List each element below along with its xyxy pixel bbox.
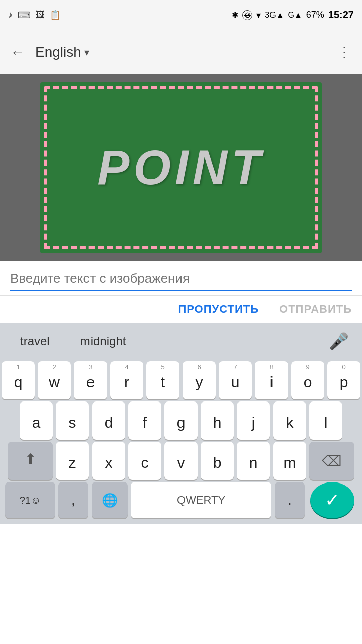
bluetooth-icon: ✱ (232, 10, 238, 20)
key-j[interactable]: j (237, 401, 270, 440)
key-i[interactable]: 8i (255, 361, 288, 399)
send-button[interactable]: ОТПРАВИТЬ (279, 303, 352, 316)
key-row-3: ⬆ — z x c v b n m ⌫ (0, 442, 362, 480)
symbols-button[interactable]: ?1☺ (5, 482, 55, 518)
key-n[interactable]: n (237, 442, 270, 480)
key-d[interactable]: d (92, 401, 125, 440)
signal-3g: 3G▲ (265, 11, 284, 20)
keyboard-status-icon: ⌨ (18, 10, 31, 21)
key-t[interactable]: 5t (146, 361, 179, 399)
music-icon: ♪ (8, 10, 13, 20)
skip-button[interactable]: ПРОПУСТИТЬ (178, 303, 259, 316)
sign-image: POINT (40, 82, 322, 253)
status-bar: ♪ ⌨ 🖼 📋 ✱ ⊘ ▾ 3G▲ G▲ 67% 15:27 (0, 0, 362, 30)
image-area: POINT (0, 74, 362, 261)
dropdown-arrow-icon: ▾ (84, 46, 89, 58)
language-selector[interactable]: English ▾ (35, 44, 89, 60)
globe-button[interactable]: 🌐 (92, 482, 128, 518)
suggestion-divider-2 (141, 332, 141, 350)
comma-button[interactable]: , (58, 482, 88, 518)
key-o[interactable]: 9o (291, 361, 324, 399)
period-button[interactable]: . (275, 482, 305, 518)
clipboard-status-icon: 📋 (50, 10, 61, 21)
key-e[interactable]: 3e (74, 361, 107, 399)
key-row-4: ?1☺ , 🌐 QWERTY . ✓ (0, 482, 362, 518)
key-p[interactable]: 0p (327, 361, 360, 399)
key-row-1: 1q 2w 3e 4r 5t 6y 7u 8i 9o 0p (0, 361, 362, 399)
key-y[interactable]: 6y (183, 361, 216, 399)
globe-icon: 🌐 (102, 493, 118, 508)
symbols-label: ?1☺ (20, 495, 41, 506)
key-g[interactable]: g (164, 401, 198, 440)
microphone-icon[interactable]: 🎤 (329, 332, 357, 351)
top-bar: ← English ▾ ⋮ (0, 30, 362, 74)
key-r[interactable]: 4r (110, 361, 143, 399)
wifi-icon: ▾ (256, 10, 261, 21)
comma-label: , (71, 492, 75, 508)
key-k[interactable]: k (273, 401, 306, 440)
keyboard: travel midnight 🎤 1q 2w 3e 4r 5t 6y 7u 8… (0, 323, 362, 524)
status-icons-right: ✱ ⊘ ▾ 3G▲ G▲ 67% 15:27 (232, 9, 354, 21)
shift-button[interactable]: ⬆ — (8, 442, 53, 480)
key-w[interactable]: 2w (38, 361, 71, 399)
suggestion-midnight[interactable]: midnight (65, 334, 141, 348)
status-icons-left: ♪ ⌨ 🖼 📋 (8, 10, 61, 21)
key-c[interactable]: c (128, 442, 161, 480)
sign-container: POINT (40, 82, 322, 253)
space-label: QWERTY (177, 494, 225, 507)
period-label: . (288, 492, 292, 508)
key-x[interactable]: x (92, 442, 125, 480)
time-display: 15:27 (328, 9, 354, 21)
suggestions-row: travel midnight 🎤 (0, 323, 362, 359)
suggestion-travel[interactable]: travel (5, 334, 65, 348)
key-l[interactable]: l (309, 401, 342, 440)
key-f[interactable]: f (128, 401, 161, 440)
text-input-field[interactable] (10, 269, 352, 291)
no-sim-icon: ⊘ (242, 10, 252, 20)
key-z[interactable]: z (56, 442, 89, 480)
key-b[interactable]: b (201, 442, 234, 480)
action-buttons: ПРОПУСТИТЬ ОТПРАВИТЬ (0, 296, 362, 323)
checkmark-icon: ✓ (325, 490, 340, 511)
key-a[interactable]: a (20, 401, 53, 440)
backspace-button[interactable]: ⌫ (309, 442, 354, 480)
input-area (0, 261, 362, 296)
key-row-2: a s d f g h j k l (0, 401, 362, 440)
key-u[interactable]: 7u (219, 361, 252, 399)
sign-selection-overlay (44, 86, 318, 249)
signal-g: G▲ (288, 11, 302, 20)
space-button[interactable]: QWERTY (131, 482, 272, 518)
battery-text: 67% (306, 10, 324, 20)
more-options-button[interactable]: ⋮ (337, 44, 352, 60)
image-status-icon: 🖼 (36, 10, 45, 20)
shift-underline: — (28, 465, 33, 471)
key-h[interactable]: h (201, 401, 234, 440)
key-v[interactable]: v (164, 442, 198, 480)
key-q[interactable]: 1q (2, 361, 35, 399)
language-label: English (35, 44, 81, 60)
key-rows: 1q 2w 3e 4r 5t 6y 7u 8i 9o 0p a s d f g … (0, 359, 362, 524)
enter-button[interactable]: ✓ (310, 482, 354, 518)
key-m[interactable]: m (273, 442, 306, 480)
backspace-icon: ⌫ (322, 453, 342, 469)
key-s[interactable]: s (56, 401, 89, 440)
back-button[interactable]: ← (10, 44, 25, 61)
